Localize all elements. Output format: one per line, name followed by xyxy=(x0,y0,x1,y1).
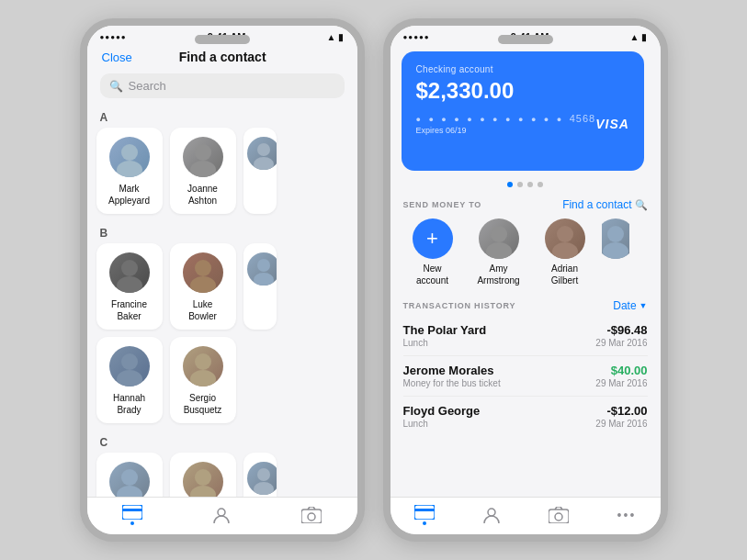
svg-rect-34 xyxy=(414,509,435,511)
avatar-luke xyxy=(183,252,223,293)
svg-rect-22 xyxy=(122,505,142,520)
card-expiry: Expires 06/19 xyxy=(416,126,596,135)
svg-point-11 xyxy=(254,273,274,286)
card-info: ● ● ● ● ● ● ● ● ● ● ● ● 4568 Expires 06/… xyxy=(416,113,596,135)
svg-point-30 xyxy=(552,242,578,259)
section-c-grid xyxy=(96,453,348,497)
nav-more-icon[interactable]: ••• xyxy=(617,508,637,522)
tx-desc-1: Lunch xyxy=(403,338,428,348)
indicator-3 xyxy=(527,182,533,187)
find-contact-link[interactable]: Find a contact 🔍 xyxy=(562,198,647,211)
nav-person-icon-2[interactable] xyxy=(482,506,501,524)
contact-c2[interactable] xyxy=(170,453,236,497)
svg-point-18 xyxy=(195,469,211,486)
nav-camera-icon[interactable] xyxy=(301,507,322,523)
nav-camera-icon-2[interactable] xyxy=(549,507,569,523)
send-amy-armstrong[interactable]: AmyArmstrong xyxy=(470,218,528,286)
svg-point-37 xyxy=(555,513,562,521)
wifi-icon: ▲ xyxy=(327,32,336,42)
phone-2: ●●●●● 9:41 AM ▲ ▮ Checking account $2,33… xyxy=(383,18,668,542)
svg-point-15 xyxy=(190,370,216,386)
svg-rect-23 xyxy=(122,509,142,511)
transaction-polar-yard[interactable]: The Polar Yard -$96.48 Lunch 29 Mar 2016 xyxy=(403,316,648,356)
svg-point-28 xyxy=(486,242,512,259)
indicator-4 xyxy=(538,182,543,187)
avatar-sergio xyxy=(183,346,223,386)
svg-point-13 xyxy=(117,370,142,386)
search-icon: 🔍 xyxy=(109,80,123,93)
card-last4: 4568 xyxy=(570,113,595,124)
tx-sub-1: Lunch 29 Mar 2016 xyxy=(403,338,648,348)
svg-point-3 xyxy=(190,161,216,177)
contacts-scroll: A MarkAppleyard JoanneAshton xyxy=(87,106,357,497)
search-bar[interactable]: 🔍 Search xyxy=(100,73,345,98)
avatar-amy xyxy=(479,218,519,259)
tx-name-3: Floyd George xyxy=(403,404,481,418)
svg-point-21 xyxy=(254,482,274,495)
send-new-account[interactable]: + Newaccount xyxy=(403,218,462,286)
send-money-label: SEND MONEY TO xyxy=(403,200,482,209)
avatar-aztec xyxy=(247,137,277,170)
tx-amount-3: -$12.00 xyxy=(606,404,647,418)
send-partial[interactable] xyxy=(602,218,629,286)
contact-mark-appleyard[interactable]: MarkAppleyard xyxy=(96,128,163,214)
phone-1-screen: ●●●●● 9:41 AM ▲ ▮ Close Find a contact 🔍… xyxy=(87,26,357,534)
svg-point-0 xyxy=(121,144,138,161)
section-b-grid: FrancineBaker LukeBowler xyxy=(96,243,348,330)
contact-anth-partial[interactable] xyxy=(243,243,277,330)
card-indicators xyxy=(390,176,661,193)
contact-sergio-busquetz[interactable]: SergioBusquetz xyxy=(170,337,236,423)
tx-date-2: 29 Mar 2016 xyxy=(595,378,647,388)
contact-luke-bowler[interactable]: LukeBowler xyxy=(170,243,236,330)
nav-card-icon-2[interactable] xyxy=(414,505,435,525)
contact-name-luke: LukeBowler xyxy=(188,298,217,322)
bottom-nav-2: ••• xyxy=(390,497,661,534)
tx-name-1: The Polar Yard xyxy=(403,323,487,337)
svg-point-27 xyxy=(491,226,507,242)
indicator-1 xyxy=(507,182,513,187)
close-button[interactable]: Close xyxy=(102,50,132,64)
signal-icon: ●●●●● xyxy=(100,33,127,41)
section-a-grid: MarkAppleyard JoanneAshton xyxy=(96,128,348,214)
avatar-mark xyxy=(109,137,150,177)
battery-wifi-icons-2: ▲ ▮ xyxy=(630,32,648,42)
transactions-list: The Polar Yard -$96.48 Lunch 29 Mar 2016… xyxy=(390,316,661,497)
svg-point-7 xyxy=(117,276,142,293)
section-a: A xyxy=(96,106,348,128)
svg-point-20 xyxy=(257,468,270,481)
contact-aztec-partial[interactable] xyxy=(243,128,277,214)
checking-card[interactable]: Checking account $2,330.00 ● ● ● ● ● ● ●… xyxy=(402,51,644,171)
transaction-jerome-morales[interactable]: Jerome Morales $40.00 Money for the bus … xyxy=(403,356,648,397)
new-account-icon: + xyxy=(413,218,453,259)
date-sort[interactable]: Date ▼ xyxy=(613,299,647,312)
transaction-floyd-george[interactable]: Floyd George -$12.00 Lunch 29 Mar 2016 xyxy=(403,397,648,436)
contact-name-mark: MarkAppleyard xyxy=(108,183,150,207)
nav-active-dot-2 xyxy=(423,521,426,525)
avatar-hannah xyxy=(109,346,150,386)
contact-c3-partial[interactable] xyxy=(243,453,277,497)
send-money-row: + Newaccount AmyArmstrong AdrianGilbert xyxy=(390,215,661,294)
avatar-joanne xyxy=(183,137,223,177)
svg-point-2 xyxy=(195,144,211,161)
contact-joanne-ashton[interactable]: JoanneAshton xyxy=(170,128,236,214)
svg-point-16 xyxy=(121,469,138,486)
phone-2-screen: ●●●●● 9:41 AM ▲ ▮ Checking account $2,33… xyxy=(390,26,661,534)
tx-desc-3: Lunch xyxy=(403,419,428,429)
card-number-dots: ● ● ● ● ● ● ● ● ● ● ● ● 4568 xyxy=(416,113,596,124)
sort-chevron-icon: ▼ xyxy=(639,301,648,310)
nav-person-icon[interactable] xyxy=(212,506,231,524)
send-new-label: Newaccount xyxy=(416,263,448,286)
contact-francine-baker[interactable]: FrancineBaker xyxy=(96,243,163,330)
card-section: Checking account $2,330.00 ● ● ● ● ● ● ●… xyxy=(390,44,661,176)
contact-hannah-brady[interactable]: HannahBrady xyxy=(96,337,163,423)
send-adrian-gilbert[interactable]: AdrianGilbert xyxy=(536,218,594,286)
svg-point-19 xyxy=(190,486,216,497)
nav-card-icon[interactable] xyxy=(122,505,142,525)
svg-point-4 xyxy=(257,143,270,156)
search-placeholder: Search xyxy=(129,79,166,93)
battery-icon-2: ▮ xyxy=(641,32,647,42)
contact-c1[interactable] xyxy=(96,453,163,497)
tx-date-3: 29 Mar 2016 xyxy=(595,419,647,429)
svg-point-29 xyxy=(557,226,573,242)
tx-date-1: 29 Mar 2016 xyxy=(595,338,647,348)
